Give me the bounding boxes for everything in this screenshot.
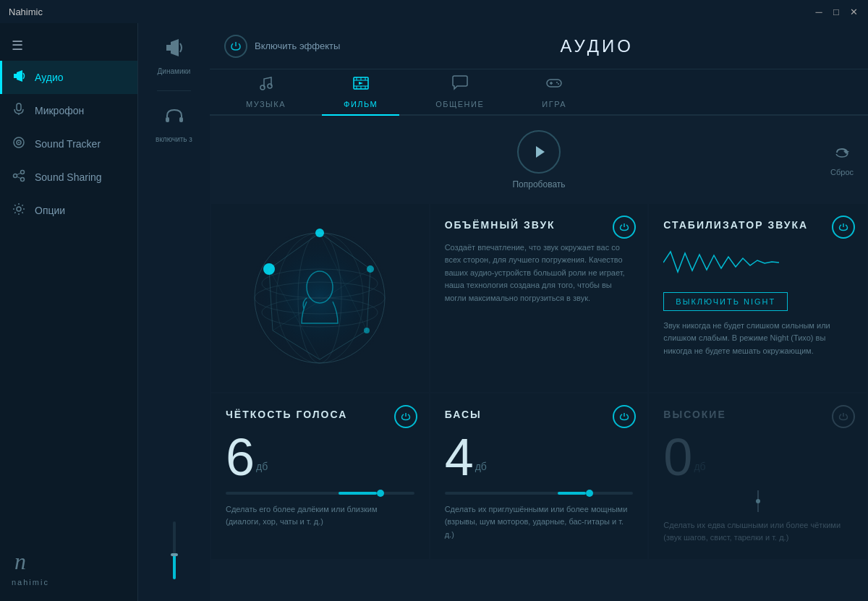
speakers-label: Динамики [158,67,191,76]
svg-point-54 [263,263,275,275]
enable-effects-control[interactable]: Включить эффекты [224,35,340,58]
tabs-bar: МУЗЫКА Ф [210,69,868,116]
sphere-card [211,204,429,392]
sound-sharing-icon [12,169,26,185]
try-circle-icon [517,130,561,174]
communication-tab-icon [451,74,469,95]
sidebar-logo: n nahimic [0,532,137,601]
content-body: Попробовать Сброс [210,116,868,601]
game-tab-label: ИГРА [542,100,566,108]
reset-icon [833,144,851,165]
svg-line-11 [17,176,21,179]
treble-description: Сделать их едва слышными или более чётки… [663,519,852,545]
svg-rect-2 [17,103,21,111]
music-tab-label: МУЗЫКА [246,100,286,108]
volume-slider-track[interactable] [173,521,176,579]
surround-sound-card: ОБЪЁМНЫЙ ЗВУК Создаёт впечатление, что з… [430,204,648,392]
surround-sound-title: ОБЪЁМНЫЙ ЗВУК [445,218,634,233]
top-bar: Включить эффекты АУДИО [210,23,868,69]
device-bar: Динамики включить з [137,23,210,601]
voice-clarity-card: ЧЁТКОСТЬ ГОЛОСА 6дб Сделать его более да… [211,393,429,559]
svg-rect-30 [547,80,561,87]
svg-point-53 [367,265,374,273]
sidebar-item-microphone[interactable]: Микрофон [0,94,137,127]
stabilizer-description: Звук никогда не будет слишком сильным ил… [663,320,852,358]
try-label: Попробовать [512,179,565,189]
headphones-icon [164,106,184,130]
sidebar-item-sound-sharing[interactable]: Sound Sharing [0,161,137,194]
film-tab-label: ФИЛЬМ [344,100,378,108]
svg-rect-16 [166,117,169,122]
svg-point-52 [315,229,324,237]
page-title: АУДИО [340,36,854,56]
bass-power-button[interactable] [613,405,636,428]
night-mode-button[interactable]: ВЫКЛЮЧИТЬ NIGHT [663,292,788,311]
tab-communication[interactable]: ОБЩЕНИЕ [414,69,506,116]
titlebar: Nahimic ─ □ ✕ [0,0,868,23]
sidebar-item-options[interactable]: Опции [0,194,137,227]
sidebar: ☰ Аудио Микрофон [0,23,137,601]
sound-tracker-icon [12,136,26,152]
bass-value: 4 [445,428,474,486]
treble-value: 0 [663,428,692,486]
main-layout: ☰ Аудио Микрофон [0,23,868,601]
device-headphones[interactable]: включить з [156,106,192,144]
headphones-label: включить з [156,135,192,144]
tab-film[interactable]: ФИЛЬМ [322,69,399,116]
microphone-icon [12,103,26,119]
voice-clarity-slider-row [226,492,414,495]
options-icon [12,203,26,218]
sphere-visual [240,218,399,378]
bass-slider[interactable] [445,492,634,495]
sidebar-microphone-label: Микрофон [35,105,84,116]
reset-button[interactable]: Сброс [830,144,854,176]
svg-text:n: n [14,548,26,574]
window-controls: ─ □ ✕ [813,6,859,17]
tab-game[interactable]: ИГРА [520,69,588,116]
try-button[interactable]: Попробовать [512,130,565,189]
treble-slider-bar[interactable] [757,490,759,512]
bass-slider-thumb [586,490,593,497]
sidebar-item-audio[interactable]: Аудио [0,61,137,94]
close-button[interactable]: ✕ [848,6,859,17]
hamburger-menu[interactable]: ☰ [0,30,137,61]
communication-tab-label: ОБЩЕНИЕ [435,100,484,108]
treble-power-button[interactable] [832,405,855,428]
voice-clarity-title: ЧЁТКОСТЬ ГОЛОСА [226,408,414,422]
svg-rect-0 [14,74,17,78]
tab-music[interactable]: МУЗЫКА [224,69,307,116]
stabilizer-power-button[interactable] [832,216,855,239]
speakers-icon [164,38,184,62]
device-speakers[interactable]: Динамики [158,38,191,76]
voice-clarity-slider-fill [339,492,376,495]
svg-point-55 [364,328,370,333]
sidebar-item-sound-tracker[interactable]: Sound Tracker [0,127,137,161]
svg-rect-14 [166,45,171,51]
game-tab-icon [545,74,563,95]
svg-point-9 [21,178,25,182]
sidebar-sound-sharing-label: Sound Sharing [35,171,102,183]
main-cards-section: ОБЪЁМНЫЙ ЗВУК Создаёт впечатление, что з… [210,204,868,393]
bass-card: БАСЫ 4дб Сделать их приглушёнными или бо… [430,393,648,559]
voice-clarity-power-button[interactable] [394,405,417,428]
svg-point-7 [14,174,17,178]
audio-icon [12,69,26,85]
treble-unit: дб [694,461,705,472]
treble-indicator [663,490,852,512]
enable-effects-button[interactable] [224,35,247,58]
bass-slider-fill [558,492,586,495]
maximize-button[interactable]: □ [830,6,842,17]
volume-slider-container [173,514,176,587]
waveform-visual [663,244,852,281]
surround-sound-power-button[interactable] [613,216,636,239]
voice-clarity-value: 6 [226,428,255,486]
minimize-button[interactable]: ─ [813,6,825,17]
voice-clarity-slider[interactable] [226,492,414,495]
device-divider [157,90,191,91]
bass-value-display: 4дб [445,431,634,483]
stabilizer-title: СТАБИЛИЗАТОР ЗВУКА [663,218,852,233]
svg-marker-15 [171,39,179,56]
svg-line-10 [17,173,21,175]
enable-effects-label: Включить эффекты [255,41,340,51]
try-section: Попробовать Сброс [210,116,868,204]
